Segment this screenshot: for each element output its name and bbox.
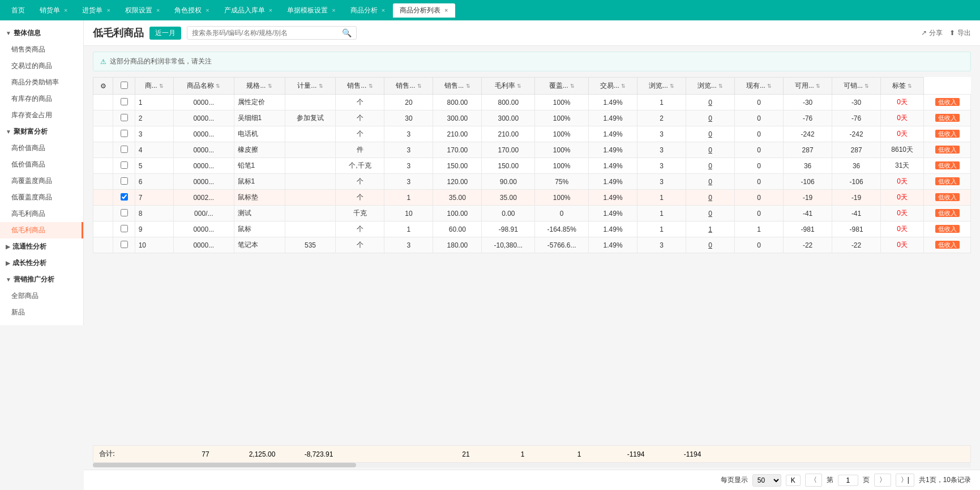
row-browse1[interactable]: 1 (686, 221, 735, 237)
search-icon[interactable]: 🔍 (342, 28, 352, 37)
sidebar-group-growth[interactable]: ▶ 成长性分析 (0, 255, 83, 271)
table-row[interactable]: 5 0000... 铅笔1 个,千克 3 150.00 150.00 100% … (93, 158, 971, 174)
table-row[interactable]: 1 0000... 属性定价 个 20 800.00 800.00 100% 1… (93, 95, 971, 110)
row-checkbox[interactable] (113, 206, 135, 221)
nav-role[interactable]: 角色授权× (168, 3, 216, 18)
row-check-2[interactable] (121, 130, 128, 137)
row-checkbox[interactable] (113, 95, 135, 110)
search-input[interactable] (192, 29, 339, 37)
row-checkbox[interactable] (113, 110, 135, 126)
col-available[interactable]: 可用... ⇅ (784, 78, 832, 95)
col-tag[interactable]: 标签 ⇅ (881, 78, 924, 95)
nav-analysis-list-close[interactable]: × (444, 7, 448, 14)
first-page-btn[interactable]: K (786, 475, 801, 486)
table-row[interactable]: 2 0000... 吴细细1 参加复试 个 30 300.00 300.00 1… (93, 110, 971, 126)
sidebar-item-high-margin[interactable]: 高毛利商品 (0, 206, 83, 222)
row-browse1[interactable]: 0 (686, 110, 735, 126)
col-coverage[interactable]: 覆盖... ⇅ (535, 78, 589, 95)
select-all-checkbox[interactable] (121, 82, 128, 89)
nav-permission[interactable]: 权限设置× (118, 3, 166, 18)
col-sale-amount[interactable]: 销售... ⇅ (433, 78, 482, 95)
col-saleable[interactable]: 可销... ⇅ (832, 78, 881, 95)
row-checkbox[interactable] (113, 174, 135, 190)
row-browse1[interactable]: 0 (686, 237, 735, 253)
row-check-5[interactable] (121, 177, 128, 185)
row-check-4[interactable] (121, 161, 128, 169)
col-checkbox[interactable] (113, 78, 135, 95)
sidebar-item-high-value[interactable]: 高价值商品 (0, 140, 83, 156)
sidebar-group-flow[interactable]: ▶ 流通性分析 (0, 238, 83, 255)
date-filter-btn[interactable]: 近一月 (149, 27, 181, 40)
sidebar-item-low-value[interactable]: 低价值商品 (0, 156, 83, 173)
sidebar-item-high-coverage[interactable]: 高覆盖度商品 (0, 173, 83, 189)
col-setting[interactable]: ⚙ (93, 78, 113, 95)
col-spec[interactable]: 规格... ⇅ (234, 78, 285, 95)
row-check-9[interactable] (121, 241, 128, 248)
sidebar-item-all-goods[interactable]: 全部商品 (0, 288, 83, 304)
nav-product-in[interactable]: 产成品入库单× (217, 3, 279, 18)
row-check-8[interactable] (121, 225, 128, 232)
nav-analysis-list[interactable]: 商品分析列表× (393, 3, 455, 18)
sidebar-item-stock-capital[interactable]: 库存资金占用 (0, 107, 83, 123)
row-check-0[interactable] (121, 98, 128, 105)
table-row[interactable]: 3 0000... 电话机 个 3 210.00 210.00 100% 1.4… (93, 126, 971, 142)
current-page-input[interactable] (838, 475, 858, 486)
share-btn[interactable]: ↗ 分享 (921, 28, 943, 38)
row-checkbox[interactable] (113, 126, 135, 142)
nav-analysis-close[interactable]: × (382, 7, 385, 14)
row-browse1[interactable]: 0 (686, 174, 735, 190)
nav-sales-close[interactable]: × (64, 7, 67, 14)
row-check-6[interactable] (121, 193, 128, 201)
col-browse2[interactable]: 浏览... ⇅ (686, 78, 735, 95)
row-checkbox[interactable] (113, 142, 135, 158)
row-browse1[interactable]: 0 (686, 158, 735, 174)
table-row[interactable]: 8 000/... 测试 千克 10 100.00 0.00 0 1.49% 1… (93, 206, 971, 221)
row-checkbox[interactable] (113, 221, 135, 237)
next-page-btn[interactable]: 〉 (874, 474, 891, 487)
col-gross-margin[interactable]: 毛利率 ⇅ (482, 78, 535, 95)
table-row[interactable]: 10 0000... 笔记本 535 个 3 180.00 -10,380...… (93, 237, 971, 253)
search-box[interactable]: 🔍 (187, 26, 357, 40)
nav-permission-close[interactable]: × (156, 7, 160, 14)
nav-sales[interactable]: 销货单× (33, 3, 74, 18)
row-check-1[interactable] (121, 114, 128, 121)
table-row[interactable]: 4 0000... 橡皮擦 件 3 170.00 170.00 100% 1.4… (93, 142, 971, 158)
row-browse1[interactable]: 0 (686, 126, 735, 142)
sidebar-item-category-sales[interactable]: 商品分类助销率 (0, 74, 83, 91)
col-name[interactable]: 商品名称 ⇅ (173, 78, 234, 95)
row-check-3[interactable] (121, 146, 128, 153)
nav-template-close[interactable]: × (332, 7, 335, 14)
col-unit[interactable]: 计量... ⇅ (285, 78, 336, 95)
horizontal-scrollbar[interactable] (93, 463, 971, 467)
row-browse1[interactable]: 0 (686, 142, 735, 158)
nav-analysis[interactable]: 商品分析× (344, 3, 392, 18)
sidebar-item-traded-goods[interactable]: 交易过的商品 (0, 58, 83, 74)
sidebar-group-overview[interactable]: ▼ 整体信息 (0, 25, 83, 41)
sidebar-item-sales-goods[interactable]: 销售类商品 (0, 41, 83, 58)
col-browse1[interactable]: 浏览... ⇅ (637, 78, 686, 95)
sidebar-item-stock-goods[interactable]: 有库存的商品 (0, 91, 83, 107)
table-row[interactable]: 6 0000... 鼠标1 个 3 120.00 90.00 75% 1.49%… (93, 174, 971, 190)
col-trade-count[interactable]: 交易... ⇅ (589, 78, 637, 95)
sidebar-item-low-coverage[interactable]: 低覆盖度商品 (0, 189, 83, 206)
export-btn[interactable]: ⬆ 导出 (949, 28, 971, 38)
nav-home[interactable]: 首页 (5, 3, 32, 18)
table-row[interactable]: 9 0000... 鼠标 个 1 60.00 -98.91 -164.85% 1… (93, 221, 971, 237)
col-code[interactable]: 商... ⇅ (135, 78, 173, 95)
prev-page-btn[interactable]: 〈 (805, 474, 822, 487)
col-sale-qty[interactable]: 销售... ⇅ (336, 78, 384, 95)
sidebar-item-new-goods[interactable]: 新品 (0, 304, 83, 321)
col-sale-price[interactable]: 销售... ⇅ (384, 78, 433, 95)
page-size-select[interactable]: 50 100 200 (752, 474, 781, 487)
nav-template[interactable]: 单据模板设置× (280, 3, 342, 18)
row-browse1[interactable]: 0 (686, 95, 735, 110)
sidebar-group-marketing[interactable]: ▼ 营销推广分析 (0, 271, 83, 288)
table-row[interactable]: 7 0002... 鼠标垫 个 1 35.00 35.00 100% 1.49%… (93, 190, 971, 206)
nav-purchase-close[interactable]: × (106, 7, 110, 14)
col-current-stock[interactable]: 现有... ⇅ (735, 78, 784, 95)
row-checkbox[interactable] (113, 158, 135, 174)
last-page-btn[interactable]: 〉| (896, 474, 914, 487)
row-check-7[interactable] (121, 209, 128, 216)
nav-role-close[interactable]: × (206, 7, 209, 14)
row-checkbox[interactable] (113, 190, 135, 206)
